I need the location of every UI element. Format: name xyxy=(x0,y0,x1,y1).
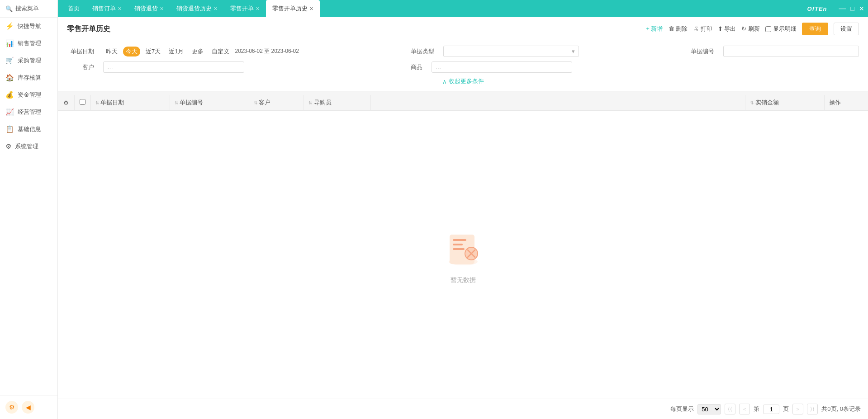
col-action-label: 操作 xyxy=(829,99,841,106)
settings-button[interactable]: ⚙ xyxy=(5,401,18,414)
data-table: ⚙ ⇅ 单据日期 ⇅ 单据编号 xyxy=(58,95,868,111)
prev-page-button[interactable]: ＜ xyxy=(739,404,750,414)
total-info: 共0页, 0条记录 xyxy=(821,405,861,413)
tab-retail-open-history[interactable]: 零售开单历史 ✕ xyxy=(266,0,320,17)
export-button[interactable]: ⬆ 导出 xyxy=(718,25,736,33)
sidebar-item-caigou[interactable]: 🛒 采购管理 xyxy=(0,52,57,69)
customer-input[interactable]: … xyxy=(103,61,244,73)
customer-label: 客户 xyxy=(67,63,94,71)
sidebar-item-label: 销售管理 xyxy=(18,39,41,47)
tab-retail-open-label: 零售开单 xyxy=(230,5,254,13)
warehouse-icon: 🏠 xyxy=(5,74,14,82)
customer-ellipsis: … xyxy=(107,64,113,71)
tab-sales-return-history[interactable]: 销货退货历史 ✕ xyxy=(170,0,224,17)
sidebar-item-jichu[interactable]: 📋 基础信息 xyxy=(0,121,57,138)
sidebar-item-xiaoshou[interactable]: 📊 销售管理 xyxy=(0,35,57,52)
sidebar: 🔍 搜索菜单 ⚡ 快捷导航 📊 销售管理 🛒 采购管理 🏠 库存核算 💰 资金管… xyxy=(0,0,58,419)
filter-date-options: 昨天 今天 近7天 近1月 更多 自定义 2023-06-02 至 2023-0… xyxy=(103,47,299,56)
col-guide-label: 导购员 xyxy=(314,99,332,106)
goods-ellipsis: … xyxy=(436,64,441,71)
sort-icon: ⇅ xyxy=(308,100,312,105)
sidebar-search[interactable]: 🔍 搜索菜单 xyxy=(0,0,57,18)
new-button[interactable]: + 新增 xyxy=(646,25,663,33)
trend-icon: 📈 xyxy=(5,108,14,116)
last-page-button[interactable]: ⟩⟩ xyxy=(807,404,818,414)
col-number-label: 单据编号 xyxy=(180,99,203,106)
number-input[interactable] xyxy=(723,46,859,57)
table-col-amount[interactable]: ⇅ 实销金额 xyxy=(745,95,825,111)
sidebar-bottom: ⚙ ◀ xyxy=(0,395,57,419)
tab-bar: 首页 销售订单 ✕ 销货退货 ✕ 销货退货历史 ✕ 零售开单 ✕ 零售开单历史 … xyxy=(58,0,868,17)
tab-retail-open-history-close[interactable]: ✕ xyxy=(309,6,313,12)
date-opt-1month[interactable]: 近1月 xyxy=(166,47,186,56)
empty-state: 暂无数据 xyxy=(58,111,868,399)
main-area: 首页 销售订单 ✕ 销货退货 ✕ 销货退货历史 ✕ 零售开单 ✕ 零售开单历史 … xyxy=(58,0,868,419)
tab-retail-open[interactable]: 零售开单 ✕ xyxy=(224,0,266,17)
date-opt-7days[interactable]: 近7天 xyxy=(143,47,163,56)
gear-icon: ⚙ xyxy=(5,142,11,151)
svg-rect-4 xyxy=(453,248,465,250)
query-button[interactable]: 查询 xyxy=(802,23,828,35)
table-col-customer[interactable]: ⇅ 客户 xyxy=(249,95,304,111)
date-opt-custom[interactable]: 自定义 xyxy=(209,47,232,56)
filter-row-2: 客户 … 商品 … xyxy=(67,61,859,73)
sidebar-item-kuaijie[interactable]: ⚡ 快捷导航 xyxy=(0,18,57,35)
svg-rect-3 xyxy=(453,244,463,245)
print-button[interactable]: 🖨 打印 xyxy=(693,25,712,33)
tab-sales-order-label: 销售订单 xyxy=(92,5,116,13)
minimize-button[interactable]: — xyxy=(839,5,846,13)
date-opt-yesterday[interactable]: 昨天 xyxy=(103,47,120,56)
sidebar-item-label: 经营管理 xyxy=(18,108,41,116)
date-opt-more[interactable]: 更多 xyxy=(189,47,206,56)
col-date-label: 单据日期 xyxy=(100,99,124,106)
settings-button[interactable]: 设置 xyxy=(834,23,859,35)
page-header: 零售开单历史 + 新增 🗑 删除 🖨 打印 ⬆ 导出 ↻ 刷新 显示明细 查询 … xyxy=(58,17,868,40)
collapse-button[interactable]: ∧ 收起更多条件 xyxy=(442,77,484,85)
sidebar-search-label: 搜索菜单 xyxy=(15,5,39,13)
page-number-input[interactable] xyxy=(763,405,779,414)
collapse-sidebar-button[interactable]: ◀ xyxy=(22,401,34,414)
tab-home[interactable]: 首页 xyxy=(62,0,86,17)
col-amount-label: 实销金额 xyxy=(755,99,779,106)
refresh-button[interactable]: ↻ 刷新 xyxy=(741,25,760,33)
maximize-button[interactable]: □ xyxy=(851,5,854,12)
select-all-checkbox[interactable] xyxy=(80,99,85,105)
display-detail-checkbox[interactable] xyxy=(765,26,771,32)
date-opt-today[interactable]: 今天 xyxy=(123,47,140,56)
sort-icon: ⇅ xyxy=(95,100,99,105)
sidebar-item-label: 资金管理 xyxy=(18,91,41,99)
tab-home-label: 首页 xyxy=(68,5,80,13)
type-label: 单据类型 xyxy=(407,47,434,56)
next-page-button[interactable]: ＞ xyxy=(792,404,803,414)
per-page-select[interactable]: 50 10 20 100 xyxy=(697,404,721,414)
delete-button[interactable]: 🗑 删除 xyxy=(669,25,688,33)
table-col-empty xyxy=(371,95,745,111)
sidebar-item-jingying[interactable]: 📈 经营管理 xyxy=(0,104,57,121)
table-section: ⚙ ⇅ 单据日期 ⇅ 单据编号 xyxy=(58,95,868,419)
sort-icon: ⇅ xyxy=(750,100,754,105)
tab-retail-open-close[interactable]: ✕ xyxy=(256,6,260,12)
table-col-number[interactable]: ⇅ 单据编号 xyxy=(170,95,249,111)
close-button[interactable]: ✕ xyxy=(859,5,864,12)
table-col-action: 操作 xyxy=(825,95,868,111)
sort-icon: ⇅ xyxy=(254,100,257,105)
sidebar-item-kucun[interactable]: 🏠 库存核算 xyxy=(0,69,57,86)
sidebar-item-label: 采购管理 xyxy=(18,56,41,65)
sidebar-item-label: 系统管理 xyxy=(15,142,38,151)
tab-sales-order[interactable]: 销售订单 ✕ xyxy=(86,0,128,17)
tab-sales-return-history-close[interactable]: ✕ xyxy=(213,6,218,12)
table-col-settings[interactable]: ⚙ xyxy=(58,95,74,111)
tab-sales-order-close[interactable]: ✕ xyxy=(118,6,122,12)
empty-illustration xyxy=(441,226,486,271)
tab-sales-return[interactable]: 销货退货 ✕ xyxy=(128,0,170,17)
first-page-button[interactable]: ⟨⟨ xyxy=(725,404,735,414)
doc-icon: 📋 xyxy=(5,125,14,133)
goods-input[interactable]: … xyxy=(432,61,573,73)
table-col-date[interactable]: ⇅ 单据日期 xyxy=(90,95,170,111)
sidebar-item-xitong[interactable]: ⚙ 系统管理 xyxy=(0,138,57,155)
table-col-check[interactable] xyxy=(74,95,90,111)
type-dropdown[interactable]: ▾ xyxy=(443,46,579,57)
sidebar-item-zijin[interactable]: 💰 资金管理 xyxy=(0,86,57,104)
table-col-guide[interactable]: ⇅ 导购员 xyxy=(304,95,371,111)
tab-sales-return-close[interactable]: ✕ xyxy=(160,6,164,12)
